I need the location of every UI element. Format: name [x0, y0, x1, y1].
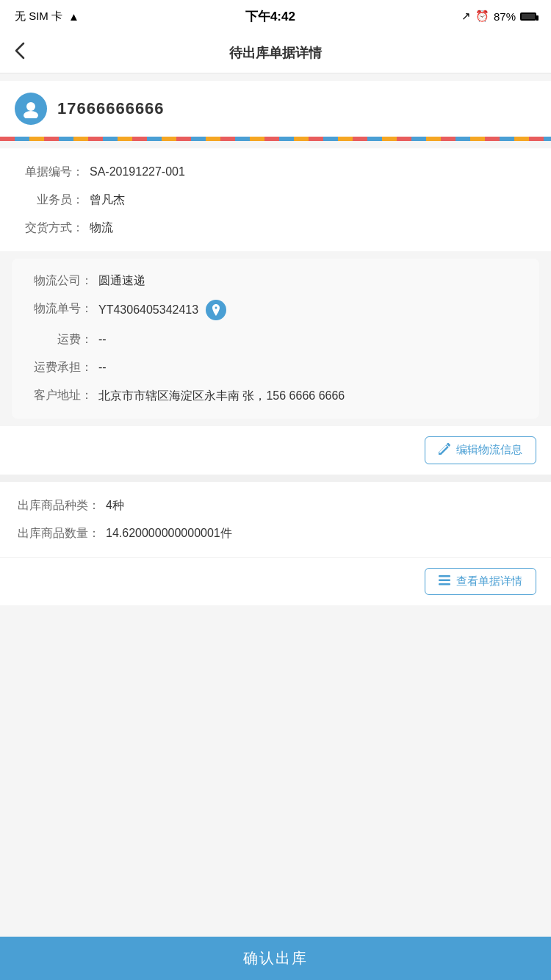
edit-logistics-button[interactable]: 编辑物流信息 [425, 436, 536, 464]
product-section: 出库商品种类： 4种 出库商品数量： 14.620000000000001件 [0, 482, 551, 557]
view-details-icon [439, 575, 450, 588]
product-type-label: 出库商品种类： [18, 497, 100, 514]
status-left: 无 SIM 卡 ▲ [15, 10, 79, 24]
tracking-number-container: YT4306405342413 [98, 300, 525, 320]
freight-row: 运费： -- [26, 331, 525, 348]
edit-icon [439, 443, 450, 458]
svg-point-0 [26, 102, 35, 111]
view-details-button[interactable]: 查看单据详情 [425, 568, 536, 595]
battery-text: 87% [494, 10, 516, 23]
order-info-section: 单据编号： SA-20191227-001 业务员： 曾凡杰 交货方式： 物流 [0, 148, 551, 251]
product-quantity-value: 14.620000000000001件 [106, 525, 533, 542]
logistics-card: 物流公司： 圆通速递 物流单号： YT4306405342413 运费： -- … [12, 259, 539, 419]
logistics-company-row: 物流公司： 圆通速递 [26, 272, 525, 289]
tracking-number-label: 物流单号： [26, 300, 93, 317]
status-right: ↗ ⏰ 87% [461, 10, 536, 23]
section-divider [0, 475, 551, 482]
status-time: 下午4:42 [245, 8, 295, 25]
sales-person-label: 业务员： [18, 191, 84, 209]
address-value: 北京市市辖区海淀区永丰南 张，156 6666 6666 [98, 386, 525, 406]
svg-rect-3 [439, 579, 450, 581]
svg-rect-2 [439, 575, 450, 577]
edit-logistics-label: 编辑物流信息 [456, 443, 522, 457]
svg-point-1 [24, 111, 38, 118]
tracking-number-row: 物流单号： YT4306405342413 [26, 300, 525, 320]
freight-value: -- [98, 331, 525, 348]
sales-person-value: 曾凡杰 [90, 191, 533, 209]
document-number-row: 单据编号： SA-20191227-001 [18, 163, 533, 181]
page-title: 待出库单据详情 [229, 44, 322, 62]
status-bar: 无 SIM 卡 ▲ 下午4:42 ↗ ⏰ 87% [0, 0, 551, 32]
delivery-method-label: 交货方式： [18, 219, 84, 237]
confirm-button[interactable]: 确认出库 [243, 948, 308, 968]
product-type-row: 出库商品种类： 4种 [18, 497, 533, 514]
document-number-label: 单据编号： [18, 163, 84, 181]
document-number-value: SA-20191227-001 [90, 163, 533, 181]
avatar [15, 93, 47, 125]
view-btn-container: 查看单据详情 [0, 557, 551, 605]
dashed-divider [0, 137, 551, 141]
delivery-method-row: 交货方式： 物流 [18, 219, 533, 237]
nav-bar: 待出库单据详情 [0, 32, 551, 73]
product-quantity-label: 出库商品数量： [18, 525, 100, 542]
location-icon: ↗ [461, 10, 471, 23]
tracking-number-value: YT4306405342413 [98, 301, 198, 319]
svg-rect-4 [439, 583, 450, 586]
product-type-value: 4种 [106, 497, 533, 514]
carrier-text: 无 SIM 卡 [15, 10, 62, 24]
sales-person-row: 业务员： 曾凡杰 [18, 191, 533, 209]
location-icon[interactable] [206, 300, 226, 320]
address-row: 客户地址： 北京市市辖区海淀区永丰南 张，156 6666 6666 [26, 386, 525, 406]
alarm-icon: ⏰ [475, 10, 489, 23]
freight-bearer-value: -- [98, 359, 525, 376]
battery-icon [520, 12, 536, 21]
freight-bearer-row: 运费承担： -- [26, 359, 525, 376]
logistics-company-value: 圆通速递 [98, 272, 525, 289]
freight-label: 运费： [26, 331, 93, 348]
confirm-btn-container: 确认出库 [0, 937, 551, 980]
logistics-company-label: 物流公司： [26, 272, 93, 289]
delivery-method-value: 物流 [90, 219, 533, 237]
product-quantity-row: 出库商品数量： 14.620000000000001件 [18, 525, 533, 542]
user-phone: 17666666666 [57, 99, 165, 118]
bottom-spacer [0, 605, 551, 774]
freight-bearer-label: 运费承担： [26, 359, 93, 376]
wifi-icon: ▲ [68, 10, 79, 23]
address-label: 客户地址： [26, 386, 93, 404]
back-button[interactable] [9, 36, 31, 70]
edit-btn-container: 编辑物流信息 [0, 426, 551, 475]
view-details-label: 查看单据详情 [456, 574, 522, 588]
user-header: 17666666666 [0, 81, 551, 137]
